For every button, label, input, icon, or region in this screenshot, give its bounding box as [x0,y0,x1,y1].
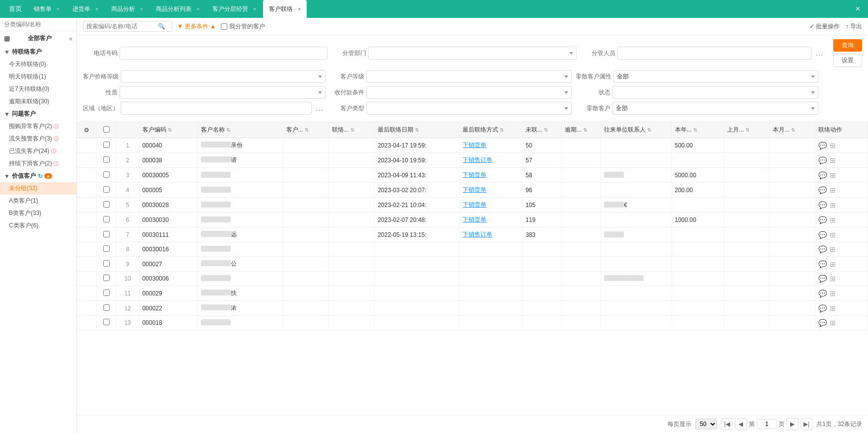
nav-customer-contact[interactable]: 客户联络 × [263,0,307,18]
sidebar-item-churn-warn[interactable]: 流失预警客户(3) ⓘ [0,133,76,145]
reset-button[interactable]: 设置 [833,54,862,67]
chat-icon[interactable]: 💬 [818,171,827,179]
col-code-header[interactable]: 客户编码 ⇅ [139,122,198,138]
last-method-link[interactable]: 下销货单 [463,201,486,208]
grid-action-icon[interactable]: ⊞ [830,319,836,327]
payment-select[interactable] [366,86,572,99]
chat-icon[interactable]: 💬 [818,289,827,297]
col-last-method-header[interactable]: 最后联络方式 ⇅ [460,122,523,138]
chat-icon[interactable]: 💬 [818,260,827,268]
nav-home[interactable]: 首页 [4,0,27,18]
last-method-link[interactable]: 下销货单 [463,186,486,193]
region-more-icon[interactable]: … [314,104,326,113]
sparse-attr-select[interactable]: 全部 [613,70,818,83]
export-button[interactable]: ↑ 导出 [846,22,862,31]
more-filters-button[interactable]: ▼ 更多条件 ▲ [177,22,216,31]
nav-product-list[interactable]: 商品分析列表 × [150,0,205,18]
query-button[interactable]: 查询 [833,39,862,52]
price-level-select[interactable] [121,70,326,83]
col-pending-header[interactable]: 未联... ⇅ [523,122,562,138]
sidebar-group-problem[interactable]: ▼ 问题客户 [0,108,76,120]
first-page-button[interactable]: |◀ [721,418,733,430]
row-checkbox[interactable] [103,171,110,178]
region-input[interactable] [121,102,312,115]
col-contact-header[interactable]: 联络... ⇅ [329,122,374,138]
chat-icon[interactable]: 💬 [818,201,827,209]
customer-level-select[interactable] [366,70,572,83]
sidebar-item-type-a[interactable]: A类客户(1) [0,195,76,207]
sidebar-group-value[interactable]: ▼ 价值客户 ↻ ● [0,170,76,182]
col-year-header[interactable]: 本年... ⇅ [671,122,724,138]
close-customer-tier-icon[interactable]: × [253,6,256,12]
row-checkbox[interactable] [103,304,110,311]
sidebar-item-today-pending[interactable]: 今天待联络(0) [0,58,76,71]
row-checkbox[interactable] [103,275,110,281]
row-checkbox[interactable] [103,142,110,148]
my-customer-checkbox[interactable] [221,23,227,30]
status-select[interactable] [612,86,818,99]
row-checkbox[interactable] [103,319,110,325]
grid-action-icon[interactable]: ⊞ [830,142,836,149]
grid-action-icon[interactable]: ⊞ [830,171,836,179]
chat-icon[interactable]: 💬 [818,156,827,164]
customer-type-select[interactable] [366,102,572,115]
refresh-icon[interactable]: ↻ [38,173,43,180]
sidebar-item-churned[interactable]: 已流失客户(24) ⓘ [0,145,76,157]
row-checkbox[interactable] [103,260,110,267]
grid-action-icon[interactable]: ⊞ [830,275,836,283]
col-last-month-header[interactable]: 上月... ⇅ [724,122,769,138]
sidebar-collapse-button[interactable]: « [69,35,72,42]
col-contacts-header[interactable]: 往来单位联系人 ⇅ [601,122,671,138]
page-input[interactable] [757,419,777,429]
sidebar-item-abnormal[interactable]: 囤购异常客户(2) ⓘ [0,120,76,133]
search-icon[interactable]: 🔍 [158,23,165,30]
row-checkbox[interactable] [103,201,110,208]
sidebar-item-declining[interactable]: 持续下滑客户(2) ⓘ [0,157,76,170]
sidebar-item-type-c[interactable]: C类客户(6) [0,219,76,232]
select-all-checkbox[interactable] [103,126,110,133]
manager-more-icon[interactable]: … [813,49,825,58]
last-method-link[interactable]: 下销售订单 [463,156,492,163]
nav-purchase[interactable]: 进货单 × [67,0,104,18]
col-name-header[interactable]: 客户名称 ⇅ [198,122,283,138]
chat-icon[interactable]: 💬 [818,319,827,327]
grid-action-icon[interactable]: ⊞ [830,231,836,239]
chat-icon[interactable]: 💬 [818,231,827,239]
sidebar-group-pending[interactable]: ▼ 待联络客户 [0,46,76,58]
grid-action-icon[interactable]: ⊞ [830,260,836,268]
sidebar-search-input[interactable] [4,21,77,28]
grid-action-icon[interactable]: ⊞ [830,186,836,194]
sidebar-item-overdue-pending[interactable]: 逾期未联络(30) [0,95,76,108]
col-overdue-header[interactable]: 逾期... ⇅ [562,122,601,138]
my-customer-checkbox-label[interactable]: 我分管的客户 [221,22,265,31]
grid-action-icon[interactable]: ⊞ [830,289,836,297]
col-gear-header[interactable]: ⚙ [77,122,97,138]
manager-input[interactable] [617,47,811,60]
row-checkbox[interactable] [103,216,110,222]
nav-customer-tier[interactable]: 客户分层经营 × [206,0,262,18]
sparse-customer-select[interactable]: 全部 [612,102,818,115]
sidebar-item-type-b[interactable]: B类客户(33) [0,207,76,219]
grid-action-icon[interactable]: ⊞ [830,304,836,312]
grid-action-icon[interactable]: ⊞ [830,201,836,209]
chat-icon[interactable]: 💬 [818,216,827,224]
last-method-link[interactable]: 下销售订单 [463,231,492,238]
all-customers-header[interactable]: ⊞ 全部客户 « [0,31,76,46]
phone-input[interactable] [120,47,328,60]
next-page-button[interactable]: ▶ [787,418,799,430]
col-month-header[interactable]: 本月... ⇅ [770,122,815,138]
close-sales-icon[interactable]: × [57,6,60,12]
col-last-date-header[interactable]: 最后联络日期 ⇅ [375,122,460,138]
chat-icon[interactable]: 💬 [818,275,827,283]
grid-action-icon[interactable]: ⊞ [830,216,836,224]
sidebar-item-week-pending[interactable]: 近7天待联络(0) [0,83,76,95]
chat-icon[interactable]: 💬 [818,304,827,312]
last-page-button[interactable]: ▶| [801,418,812,430]
row-checkbox[interactable] [103,186,110,193]
col-type-header[interactable]: 客户... ⇅ [283,122,329,138]
close-purchase-icon[interactable]: × [95,6,98,12]
dept-select[interactable] [368,47,576,60]
grid-action-icon[interactable]: ⊞ [830,156,836,164]
chat-icon[interactable]: 💬 [818,142,827,149]
last-method-link[interactable]: 下销货单 [463,142,486,148]
